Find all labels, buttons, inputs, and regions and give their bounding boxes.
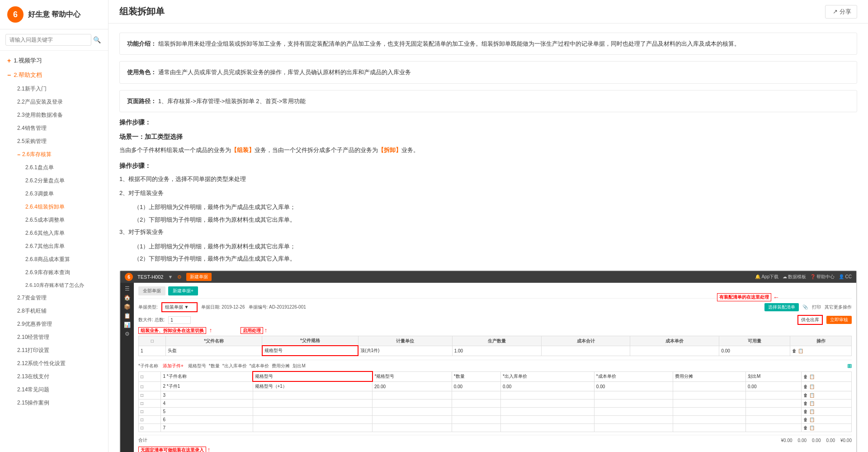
- expand-icon-1: +: [7, 57, 11, 64]
- mock-select-template-btn: 选择装配清单: [764, 303, 799, 311]
- mock-id-label: 单据编号: AD-20191226-001: [249, 304, 306, 310]
- scene1-desc: 当由多个子件材料组装成一个成品的业务为【组装】业务，当由一个父件拆分成多个子产品…: [119, 145, 857, 155]
- sidebar-item-2-6-10[interactable]: 2.6.10库存账本错了怎么办: [0, 279, 108, 291]
- sidebar-item-2-7[interactable]: 2.7资金管理: [0, 291, 108, 305]
- mock-lower-header: *子件名称 添加子件+ 规格型号 *数量 *出入库单价 *成本单价 费用分摊 划…: [138, 360, 852, 369]
- mock-expand-btn: ⊞: [847, 363, 852, 369]
- sidebar-item-2-15[interactable]: 2.15操作案例: [0, 396, 108, 409]
- step1-text: 1、根据不同的业务，选择不同单据的类型来处理: [119, 174, 857, 184]
- mock-cell-red: 规格型号: [262, 346, 359, 356]
- mock-col-name: *父件名称: [166, 336, 262, 346]
- mock-col-sku: *父件规格: [262, 336, 359, 346]
- mock-extra-btns: 📎 打印 其它更多操作: [802, 304, 852, 310]
- role-label: 使用角色：: [127, 69, 156, 76]
- sidebar-item-2-6-4[interactable]: 2.6.4组装拆卸单: [0, 200, 108, 214]
- anno3-arrow: ↑: [264, 327, 268, 333]
- path-text: 1、库存核算->库存管理->组装拆卸单 2、首页->常用功能: [158, 98, 306, 105]
- sidebar-item-2-3[interactable]: 2.3使用前数据准备: [0, 109, 108, 122]
- page-title: 组装拆卸单: [119, 5, 165, 18]
- intro-box: 功能介绍： 组装拆卸单用来处理企业组装或拆卸等加工业务，支持有固定装配清单的产品…: [119, 33, 857, 55]
- step3-sub2-text: （2）下部明细为子件明细，最终作为产成品生成其它入库单。: [119, 253, 857, 264]
- mock-col-cost2: 成本单价: [630, 336, 719, 346]
- path-box: 页面路径： 1、库存核算->库存管理->组装拆卸单 2、首页->常用功能: [119, 90, 857, 112]
- mock-warehouse-input: 供仓出库: [797, 315, 823, 325]
- sidebar-item-2-12[interactable]: 2.12系统个性化设置: [0, 357, 108, 370]
- mock-tab-new: 新建单据+: [168, 286, 198, 295]
- step2-sub2-text: （2）下部明细为子件明细，最终作为原材料生成其它出库单。: [119, 214, 857, 225]
- sidebar-item-2-6-9[interactable]: 2.6.9库存账本查询: [0, 266, 108, 279]
- mock-confirm-btn: 立即审核: [826, 316, 852, 324]
- search-input[interactable]: [5, 34, 91, 46]
- content-area: 功能介绍： 组装拆卸单用来处理企业组装或拆卸等加工业务，支持有固定装配清单的产品…: [108, 24, 868, 452]
- mock-top-icons: 🔔 App下载 ☁ 数据模板 ❓ 帮助中心 👤 CC: [755, 274, 852, 280]
- sidebar-item-2-1[interactable]: 2.1新手入门: [0, 82, 108, 95]
- minus-icon-2-6: −: [17, 152, 20, 158]
- mock-logo: 6: [125, 273, 133, 281]
- sidebar-item-2-4[interactable]: 2.4销售管理: [0, 122, 108, 135]
- logo-icon: 6: [7, 6, 24, 23]
- anno2-text: 组装业务、拆卸业务在这里切换: [138, 327, 206, 334]
- sidebar-item-2-13[interactable]: 2.13在线支付: [0, 370, 108, 383]
- mock-new-btn: 新建单据: [186, 273, 212, 281]
- logo-text: 好生意 帮助中心: [28, 10, 80, 19]
- mock-col-cost: 成本合计: [541, 336, 630, 346]
- sidebar-item-help-docs[interactable]: − 2.帮助文档: [0, 68, 108, 82]
- sidebar-item-2-14[interactable]: 2.14常见问题: [0, 383, 108, 396]
- mock-count-label: 数大件: 总数:: [138, 317, 165, 323]
- sidebar-item-2-6[interactable]: − 2.6库存核算: [0, 148, 108, 161]
- mock-upper-table: □ *父件名称 *父件规格 计量单位 生产数量 成本合计 成本单价 可用量: [138, 336, 852, 356]
- intro-label: 功能介绍：: [127, 40, 156, 47]
- step3-sub1-text: （1）上部明细为父件明细，最终作为原材料生成其它出库单；: [119, 241, 857, 252]
- mock-dropdown-arrow: ▼: [168, 274, 173, 280]
- anno4-arrow: ↑: [208, 446, 211, 452]
- path-label: 页面路径：: [127, 98, 156, 105]
- sidebar-item-2-8[interactable]: 2.8手机旺辅: [0, 305, 108, 318]
- mock-form-field-1: 单据类型:: [138, 304, 158, 310]
- mock-qty-input: 1: [168, 316, 191, 324]
- sidebar-item-2-6-1[interactable]: 2.6.1盘点单: [0, 161, 108, 174]
- sidebar-item-2-5[interactable]: 2.5采购管理: [0, 135, 108, 148]
- anno4-text: 无固定清单可做组装在这里录入: [138, 447, 206, 452]
- step2-text: 2、对于组装业务: [119, 188, 857, 198]
- search-button[interactable]: 🔍: [91, 34, 103, 45]
- screenshot-container: 6 TEST-H002 ▼ ⚙ 新建单据 🔔 App下载 ☁ 数据模板 ❓ 帮助…: [119, 270, 857, 452]
- sidebar-item-2-10[interactable]: 2.10经营管理: [0, 331, 108, 344]
- sidebar-item-2-6-3[interactable]: 2.6.3调拨单: [0, 187, 108, 200]
- step3-text: 3、对于拆装业务: [119, 227, 857, 237]
- mock-lower-label1: *子件名称: [138, 363, 158, 369]
- collapse-icon-2: −: [7, 71, 11, 79]
- scene1-heading: 场景一：加工类型选择: [119, 133, 857, 141]
- nav-section: + 1.视频学习 − 2.帮助文档 2.1新手入门 2.2产品安装及登录 2.3…: [0, 51, 108, 412]
- mock-type-input: 组装单据 ▼: [161, 302, 198, 312]
- anno1-arrow: ←: [773, 294, 779, 301]
- mock-tab-active: 全部单据: [138, 286, 165, 295]
- anno2-arrow: ↑: [209, 327, 212, 333]
- mock-col-check: □: [139, 336, 166, 346]
- role-text: 通常由生产人员或库管人员完成拆装业务的操作，库管人员确认原材料的出库和产成品的入…: [158, 69, 411, 76]
- main-content: 组装拆卸单 ↗ 分享 功能介绍： 组装拆卸单用来处理企业组装或拆卸等加工业务，支…: [108, 0, 868, 452]
- sidebar-item-2-6-8[interactable]: 2.6.8商品成本重算: [0, 253, 108, 266]
- mock-footer-totals: 合计 ¥0.00 0.00 0.00 0.00 ¥0.00: [138, 435, 852, 443]
- sidebar-item-2-6-5[interactable]: 2.6.5成本调整单: [0, 214, 108, 227]
- sidebar-item-2-6-2[interactable]: 2.6.2分量盘点单: [0, 174, 108, 187]
- mock-col-ops: 操作: [790, 336, 852, 346]
- mock-col-count: 生产数量: [452, 336, 541, 346]
- mock-date-label: 单据日期: 2019-12-26: [201, 304, 245, 310]
- sidebar-item-2-9[interactable]: 2.9优惠券管理: [0, 318, 108, 331]
- anno3-text: 启用处理: [241, 327, 263, 334]
- sidebar-logo: 6 好生意 帮助中心: [0, 0, 108, 29]
- share-button[interactable]: ↗ 分享: [825, 5, 857, 19]
- sidebar-item-video-learning[interactable]: + 1.视频学习: [0, 53, 108, 68]
- topbar: 组装拆卸单 ↗ 分享: [108, 0, 868, 24]
- sidebar-item-2-6-6[interactable]: 2.6.6其他入库单: [0, 227, 108, 240]
- sidebar-item-2-11[interactable]: 2.11打印设置: [0, 344, 108, 357]
- search-box: 🔍: [0, 29, 108, 51]
- anno1-container: 有装配清单的在这里处理 ←: [717, 293, 779, 301]
- sidebar-item-2-6-7[interactable]: 2.6.7其他出库单: [0, 240, 108, 253]
- step2-sub1-text: （1）上部明细为父件明细，最终作为产成品生成其它入库单；: [119, 202, 857, 212]
- role-box: 使用角色： 通常由生产人员或库管人员完成拆装业务的操作，库管人员确认原材料的出库…: [119, 61, 857, 83]
- sidebar-item-2-2[interactable]: 2.2产品安装及登录: [0, 95, 108, 109]
- mock-col-avail: 可用量: [719, 336, 790, 346]
- mock-col-qty: 计量单位: [358, 336, 452, 346]
- anno4-area: 无固定清单可做组装在这里录入 ↑: [138, 446, 852, 452]
